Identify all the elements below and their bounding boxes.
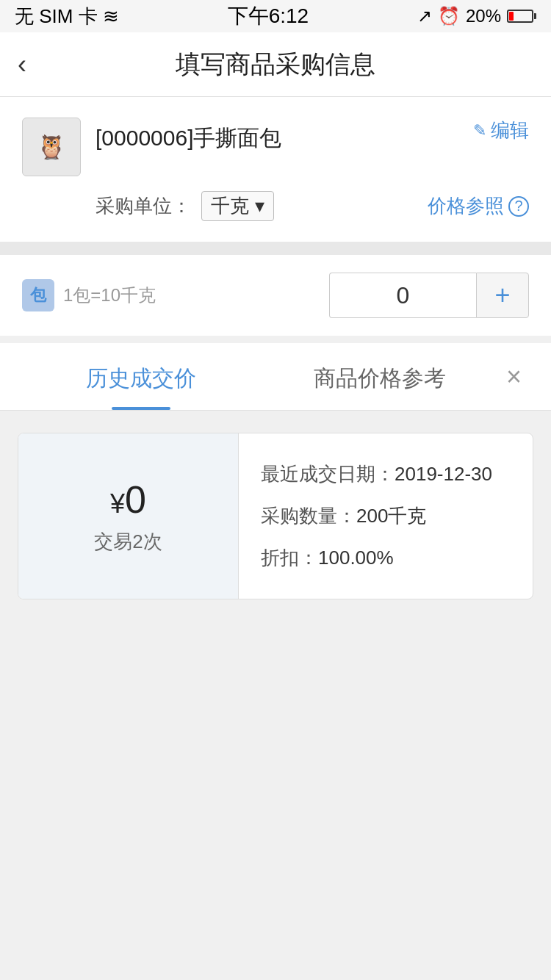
alarm-icon: ⏰: [438, 6, 460, 26]
purchase-qty-row: 采购数量：200千克: [261, 502, 511, 530]
purchase-qty-value: 200千克: [356, 505, 426, 527]
status-right-area: ↗ ⏰ 20%: [417, 6, 536, 26]
product-thumbnail: 🦉: [22, 118, 81, 176]
edit-button[interactable]: ✎ 编辑: [473, 118, 529, 143]
dropdown-arrow-icon: ▾: [255, 195, 264, 217]
bag-text: 包: [30, 284, 46, 306]
tab-close-button[interactable]: ×: [499, 354, 529, 400]
price-ref-label: 价格参照: [428, 193, 504, 219]
price-left-panel: ¥0 交易2次: [18, 433, 239, 599]
tab-bar: 历史成交价 商品价格参考 ×: [0, 343, 551, 411]
bag-icon: 包: [22, 279, 54, 311]
quantity-section: 包 1包=10千克 0 +: [0, 255, 551, 336]
product-unit-row: 采购单位： 千克 ▾ 价格参照 ?: [96, 191, 529, 221]
help-icon: ?: [508, 196, 529, 217]
unit-label-group: 采购单位： 千克 ▾: [96, 191, 274, 221]
recent-date-row: 最近成交日期：2019-12-30: [261, 460, 511, 489]
price-ref-button[interactable]: 价格参照 ?: [428, 193, 529, 219]
product-section: 🦉 [0000006]手撕面包 ✎ 编辑 采购单位： 千克 ▾ 价格参照 ?: [0, 97, 551, 242]
discount-row: 折扣：100.00%: [261, 544, 511, 572]
location-icon: ↗: [417, 6, 432, 26]
price-right-panel: 最近成交日期：2019-12-30 采购数量：200千克 折扣：100.00%: [239, 433, 533, 599]
tab2-label: 商品价格参考: [314, 366, 446, 390]
battery-icon: [507, 10, 536, 23]
product-header: 🦉 [0000006]手撕面包 ✎ 编辑: [22, 118, 529, 176]
back-button[interactable]: ‹: [18, 49, 26, 80]
price-display: ¥0: [110, 478, 146, 522]
discount-label: 折扣：: [261, 547, 318, 569]
discount-value: 100.00%: [318, 547, 394, 569]
bag-conversion-label: 1包=10千克: [63, 284, 156, 307]
unit-label: 采购单位：: [96, 195, 191, 217]
page-title: 填写商品采购信息: [176, 48, 375, 82]
edit-icon: ✎: [473, 121, 486, 140]
trade-count: 交易2次: [94, 529, 162, 555]
content-area: ¥0 交易2次 最近成交日期：2019-12-30 采购数量：200千克 折扣：…: [0, 411, 551, 925]
status-carrier: 无 SIM 卡 ≋: [15, 4, 119, 29]
unit-value: 千克: [211, 193, 249, 219]
quantity-control: 0 +: [329, 273, 529, 318]
quantity-value: 0: [397, 282, 410, 309]
quantity-plus-button[interactable]: +: [476, 273, 529, 318]
quantity-input[interactable]: 0: [329, 273, 476, 318]
tab-active-underline: [112, 407, 170, 410]
nav-bar: ‹ 填写商品采购信息: [0, 32, 551, 97]
purchase-qty-label: 采购数量：: [261, 505, 356, 527]
status-bar: 无 SIM 卡 ≋ 下午6:12 ↗ ⏰ 20%: [0, 0, 551, 32]
product-logo-icon: 🦉: [37, 133, 66, 161]
unit-select-dropdown[interactable]: 千克 ▾: [201, 191, 274, 221]
status-time: 下午6:12: [228, 2, 309, 30]
battery-percent: 20%: [466, 6, 501, 26]
product-left: 🦉 [0000006]手撕面包: [22, 118, 281, 176]
carrier-text: 无 SIM 卡 ≋: [15, 4, 119, 29]
edit-label: 编辑: [491, 118, 529, 143]
recent-date-value: 2019-12-30: [395, 463, 492, 485]
price-card: ¥0 交易2次 最近成交日期：2019-12-30 采购数量：200千克 折扣：…: [18, 433, 533, 599]
bag-info: 包 1包=10千克: [22, 279, 156, 311]
currency-symbol: ¥: [110, 489, 125, 519]
price-value: 0: [125, 478, 146, 521]
section-divider: [0, 242, 551, 255]
recent-date-label: 最近成交日期：: [261, 463, 395, 485]
tab-history-price[interactable]: 历史成交价: [22, 343, 260, 410]
tab-product-price-ref[interactable]: 商品价格参考: [260, 343, 498, 410]
tab1-label: 历史成交价: [86, 366, 196, 390]
product-name: [0000006]手撕面包: [96, 118, 281, 154]
